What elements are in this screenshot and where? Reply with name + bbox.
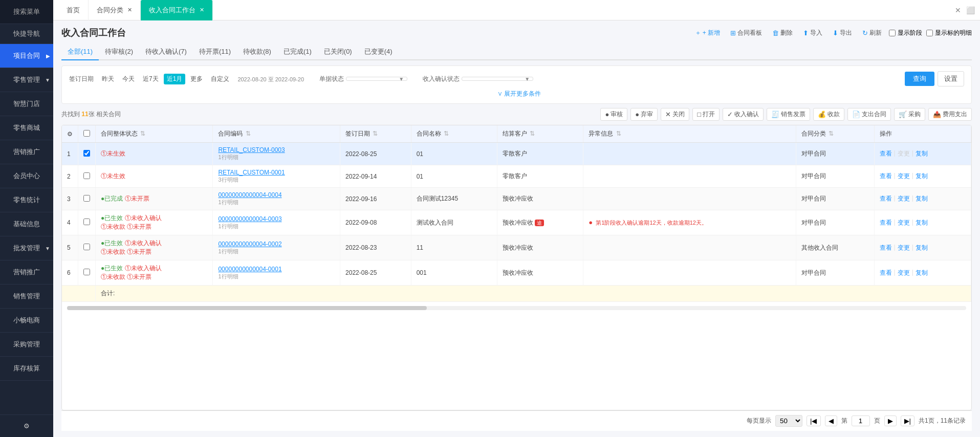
row-select-checkbox[interactable]: [83, 218, 90, 225]
date-btn-custom[interactable]: 自定义: [208, 74, 232, 84]
copy-link[interactable]: 复制: [916, 149, 928, 158]
copy-link[interactable]: 复制: [916, 218, 928, 227]
expand-conditions-btn[interactable]: ∨ 展开更多条件: [497, 90, 541, 98]
contract-code-link[interactable]: 00000000000004-0003: [218, 215, 281, 223]
edit-link[interactable]: 变更: [898, 172, 910, 181]
row-select-checkbox[interactable]: [83, 244, 90, 250]
sidebar-item-retail-stats[interactable]: 零售统计: [0, 188, 53, 212]
sidebar-item-wholesale[interactable]: 批发管理 ▼: [0, 236, 53, 260]
sub-tab-pending-invoice[interactable]: 待开票(11): [193, 44, 237, 60]
set-button[interactable]: 设置: [938, 71, 964, 86]
tab-income-contract[interactable]: 收入合同工作台 ✕: [141, 0, 213, 20]
row-select-checkbox[interactable]: [83, 195, 90, 202]
sub-tab-all[interactable]: 全部(11): [61, 44, 99, 60]
sidebar-item-xiaochangec[interactable]: 小畅电商: [0, 309, 53, 333]
sub-tab-pending-review[interactable]: 待审核(2): [99, 44, 139, 60]
last-page-button[interactable]: ▶|: [901, 416, 914, 426]
expense-out-button[interactable]: 📤 费用支出: [928, 108, 972, 121]
sub-tab-completed[interactable]: 已完成(1): [277, 44, 318, 60]
sidebar-item-project[interactable]: 项目合同 ▶: [0, 44, 53, 68]
restore-icon[interactable]: ⬜: [966, 6, 975, 14]
contract-code-link[interactable]: 00000000000004-0004: [218, 191, 281, 199]
sidebar-item-sales-mgmt[interactable]: 销售管理: [0, 285, 53, 309]
page-input[interactable]: [852, 416, 870, 426]
contract-code-link[interactable]: RETAIL_CUSTOM-0001: [218, 169, 285, 176]
sidebar-item-purchase[interactable]: 采购管理: [0, 333, 53, 357]
date-btn-yesterday[interactable]: 昨天: [99, 74, 117, 84]
edit-link[interactable]: 变更: [898, 194, 910, 203]
view-link[interactable]: 查看: [880, 269, 892, 277]
sidebar-item-base-info[interactable]: 基础信息: [0, 212, 53, 236]
view-link[interactable]: 查看: [880, 244, 892, 252]
show-stages-checkbox[interactable]: [889, 30, 896, 36]
income-confirm-button[interactable]: ✓ 收入确认: [723, 108, 764, 121]
sidebar-item-marketing[interactable]: 营销推广: [0, 140, 53, 164]
close-contract-button[interactable]: ✕ 关闭: [661, 108, 689, 121]
date-btn-more[interactable]: 更多: [187, 74, 206, 84]
query-button[interactable]: 查询: [905, 72, 934, 86]
sidebar-item-members[interactable]: 会员中心: [0, 164, 53, 188]
copy-link[interactable]: 复制: [916, 194, 928, 203]
show-marks-checkbox[interactable]: [926, 30, 933, 36]
outgoing-contract-button[interactable]: 📄 支出合同: [847, 108, 891, 121]
refresh-button[interactable]: ↻ 刷新: [859, 27, 885, 39]
edit-link[interactable]: 变更: [898, 218, 910, 227]
export-button[interactable]: ⬇ 导出: [830, 27, 855, 39]
sub-tab-closed[interactable]: 已关闭(0): [318, 44, 358, 60]
contract-code-link[interactable]: RETAIL_CUSTOM-0003: [218, 146, 285, 154]
next-page-button[interactable]: ▶: [884, 416, 897, 426]
tab-contract-cat[interactable]: 合同分类 ✕: [89, 0, 141, 20]
sales-invoice-button[interactable]: 🧾 销售发票: [767, 108, 810, 121]
edit-link[interactable]: 变更: [898, 269, 910, 277]
th-settings[interactable]: ⚙: [62, 125, 78, 143]
contract-code-link[interactable]: 00000000000004-0001: [218, 266, 281, 273]
horizontal-scrollbar-track[interactable]: [67, 306, 966, 310]
page-size-select[interactable]: 50 20 100: [775, 415, 802, 427]
sidebar-item-retail-mgmt[interactable]: 零售管理 ▼: [0, 68, 53, 92]
sidebar-item-inventory[interactable]: 库存核算: [0, 357, 53, 381]
sidebar-search-btn[interactable]: 搜索菜单: [0, 0, 53, 24]
new-button[interactable]: ＋ + 新增: [692, 27, 723, 39]
collection-button[interactable]: 💰 收款: [813, 108, 844, 121]
abandon-button[interactable]: ● 弃审: [630, 108, 658, 121]
kanban-button[interactable]: ⊞ 合同看板: [727, 27, 765, 39]
income-confirm-select[interactable]: ▼: [462, 77, 533, 81]
settings-icon[interactable]: ⚙: [0, 414, 53, 437]
open-contract-button[interactable]: □ 打开: [692, 108, 720, 121]
close-all-icon[interactable]: ✕: [955, 6, 961, 14]
view-link[interactable]: 查看: [880, 194, 892, 203]
review-button[interactable]: ● 审核: [600, 108, 627, 121]
sidebar-quick-nav[interactable]: 快捷导航: [0, 24, 53, 44]
tab-contract-cat-close[interactable]: ✕: [127, 7, 132, 13]
delete-button[interactable]: 🗑 删除: [769, 27, 796, 39]
sub-tab-changed[interactable]: 已变更(4): [358, 44, 399, 60]
edit-link[interactable]: 变更: [898, 244, 910, 252]
copy-link[interactable]: 复制: [916, 172, 928, 181]
sub-tab-pending-income[interactable]: 待收入确认(7): [139, 44, 193, 60]
date-btn-today[interactable]: 今天: [119, 74, 138, 84]
contract-code-link[interactable]: 00000000000004-0002: [218, 241, 281, 248]
date-btn-1month[interactable]: 近1月: [164, 74, 186, 84]
doc-status-select[interactable]: ▼: [346, 77, 407, 81]
first-page-button[interactable]: |◀: [807, 416, 820, 426]
tab-home[interactable]: 首页: [58, 0, 89, 20]
import-button[interactable]: ⬆ 导入: [800, 27, 825, 39]
view-link[interactable]: 查看: [880, 149, 892, 158]
select-all-checkbox[interactable]: [83, 130, 90, 137]
view-link[interactable]: 查看: [880, 172, 892, 181]
horizontal-scrollbar-thumb[interactable]: [67, 306, 427, 310]
copy-link[interactable]: 复制: [916, 269, 928, 277]
row-select-checkbox[interactable]: [83, 269, 90, 275]
sidebar-item-retail-mall[interactable]: 零售商城: [0, 116, 53, 140]
view-link[interactable]: 查看: [880, 218, 892, 227]
prev-page-button[interactable]: ◀: [825, 416, 837, 426]
row-select-checkbox[interactable]: [83, 172, 90, 179]
sub-tab-pending-collection[interactable]: 待收款(8): [237, 44, 277, 60]
purchase-button[interactable]: 🛒 采购: [894, 108, 925, 121]
date-btn-7days[interactable]: 近7天: [140, 74, 162, 84]
tab-income-contract-close[interactable]: ✕: [200, 7, 204, 13]
row-select-checkbox[interactable]: [83, 150, 90, 157]
sidebar-item-smart-store[interactable]: 智慧门店: [0, 92, 53, 116]
copy-link[interactable]: 复制: [916, 244, 928, 252]
sidebar-item-mkt-promo[interactable]: 营销推广: [0, 260, 53, 285]
